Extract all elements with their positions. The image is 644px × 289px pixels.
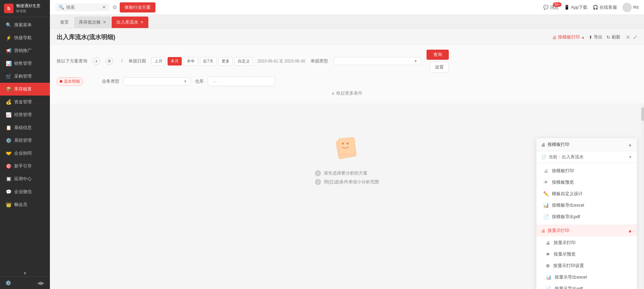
app-center-icon: 🔲 [5,176,11,182]
tab-home[interactable]: 首页 [55,17,74,28]
dropdown-current-label: 当前：出入库流水 [549,154,584,160]
dropdown-item-label: 按模板预览 [552,179,574,185]
dropdown-display-print-settings[interactable]: ⚙ 按显示打印设置 [536,260,637,271]
display-print-item-icon: 🖨 [546,240,550,245]
dropdown-item-label: 按显示预览 [554,251,576,257]
warehouse-select[interactable]: ··· [208,77,275,86]
sidebar-settings-button[interactable]: ⚙️ [5,280,11,286]
sidebar-item-label: 销售管理 [14,60,32,67]
sidebar-item-app-center[interactable]: 🔲 应用中心 [0,173,50,185]
sidebar-collapse-button[interactable]: ◀▶ [37,280,45,286]
sidebar-item-search[interactable]: 🔍 搜索菜单 [0,19,50,31]
industry-solution-button[interactable]: 体验行业方案 [120,2,155,12]
sidebar-item-label: 资金管理 [14,99,32,105]
topbar-settings-icon[interactable]: ⚙ [112,4,117,10]
doc-type-select[interactable]: ▼ [333,57,421,65]
dropdown-display-preview[interactable]: 👁 按显示预览 [536,248,637,260]
sidebar-item-label: 采购管理 [14,73,32,79]
dropdown-template-export-excel[interactable]: 📊 按模板导出excel [536,200,637,211]
sidebar-item-inventory[interactable]: 📦 库存核算 [0,83,50,96]
display-section-collapse-icon[interactable]: ▲ [628,228,632,233]
sidebar-item-basic[interactable]: 📋 基础信息 [0,121,50,134]
business-type-dropdown-icon: ▼ [183,79,187,83]
date-last-month-button[interactable]: 上月 [151,57,166,65]
dropdown-item-label: 按模板打印 [552,168,574,174]
dropdown-template-custom[interactable]: ✏️ 模板自定义设计 [536,188,637,200]
sidebar-item-marketing[interactable]: 📢 营销推广 [0,44,50,57]
settings-button[interactable]: 设置 [430,62,449,73]
marketing-icon: 📢 [5,48,11,54]
sidebar-item-vip[interactable]: 👑 畅会员 [0,198,50,211]
sidebar-footer: ⚙️ ◀▶ [0,277,50,289]
window-expand-button[interactable]: ⤢ [633,34,637,41]
dropdown-item-label: 按显示打印 [554,240,576,246]
export-button[interactable]: ⬆ 导出 [589,34,603,40]
operations-icon: 📈 [5,112,11,118]
search-input[interactable] [66,5,100,10]
date-custom-button[interactable]: 自定义 [235,57,253,65]
sidebar-item-system[interactable]: ⚙️ 系统管理 [0,134,50,147]
scrollbar-right[interactable] [641,104,644,289]
active-filter-tag[interactable]: 流水明细 [57,77,83,86]
dropdown-current-arrow[interactable]: ▼ [628,155,632,159]
print-dropdown-icon[interactable]: ▲ [581,35,585,39]
dropdown-item-label: 按显示打印设置 [553,263,584,269]
window-close-button[interactable]: ✕ [626,34,630,41]
date-this-year-button[interactable]: 本年 [184,57,198,65]
dropdown-close-icon[interactable]: ▲ [628,142,632,147]
empty-tips: 1 请先选择要分析的方案 2 用[过滤]条件来缩小分析范围 [315,170,379,185]
app-download-button[interactable]: 📱 App下载 [564,4,587,10]
dropdown-display-section-header[interactable]: 🖨 按显示打印 ▲ [536,225,637,236]
sidebar-item-wechat[interactable]: 💬 企业微信 [0,185,50,198]
topbar-search-box[interactable]: 🔍 ▼ [55,3,110,11]
dropdown-template-print[interactable]: 🖨 按模板打印 [536,165,637,177]
refresh-button[interactable]: ↻ 刷新 [607,34,620,40]
active-tag-dot [60,80,62,83]
tab-stock-flow[interactable]: 出入库流水 ✕ [112,17,148,28]
collapse-more-conditions-button[interactable]: ∧ 收起更多条件 [331,90,362,96]
sidebar-item-label: 新手引导 [14,163,32,169]
online-service-button[interactable]: 🎧 在线客服 [593,4,617,10]
quick-nav-icon: ⚡ [5,35,11,41]
search-icon: 🔍 [5,22,11,28]
sidebar-item-quick-nav[interactable]: ⚡ 快捷导航 [0,31,50,44]
search-dropdown-icon[interactable]: ▼ [102,5,106,10]
message-button[interactable]: 💬 消息 99+ [543,4,559,10]
sidebar-item-operations[interactable]: 📈 经营管理 [0,108,50,121]
active-filter-label: 流水明细 [64,79,80,84]
business-type-select[interactable]: ▼ [123,77,191,85]
doc-type-dropdown-icon: ▼ [414,59,417,63]
print-template-button[interactable]: 🖨 按模板打印 ▲ [552,34,585,40]
sidebar-scroll-down[interactable]: ▼ [0,270,50,277]
date-this-month-button[interactable]: 本月 [168,57,182,65]
date-more-button[interactable]: 更多 [218,57,233,65]
sidebar-item-guide[interactable]: 🎯 新手引导 [0,160,50,173]
dropdown-display-print[interactable]: 🖨 按显示打印 [536,237,637,248]
date-last-7-button[interactable]: 近7天 [200,57,216,65]
sidebar-item-sales[interactable]: 📊 销售管理 [0,57,50,70]
guide-icon: 🎯 [5,163,11,169]
filter-collapse-icon[interactable]: 《 [118,58,123,64]
dropdown-display-export-pdf[interactable]: 📄 按显示导出pdf [536,283,637,289]
filter-settings-button[interactable]: ⚙ [106,57,113,65]
sidebar-item-label: 企业微信 [14,189,32,195]
dropdown-template-section: 🖨 按模板打印 👁 按模板预览 ✏️ 模板自定义设计 📊 [536,163,637,225]
sidebar-item-collab[interactable]: 🤝 企业协同 [0,147,50,160]
dropdown-template-export-pdf[interactable]: 📄 按模板导出pdf [536,211,637,222]
sidebar-item-finance[interactable]: 💰 资金管理 [0,96,50,108]
query-area: 查询 设置 [427,50,449,73]
filter-add-button[interactable]: + [93,57,100,65]
dropdown-title-text: 按模板打印 [548,141,569,148]
dropdown-display-export-excel[interactable]: 📊 按显示导出excel [536,271,637,283]
sidebar-item-purchase[interactable]: 🛒 采购管理 [0,70,50,83]
dropdown-template-preview[interactable]: 👁 按模板预览 [536,177,637,188]
tab-inventory-batch[interactable]: 库存批次账 ✕ [74,17,111,28]
sidebar-item-label: 快捷导航 [14,35,32,41]
user-avatar-area[interactable]: Rit [622,3,639,12]
scrollbar-thumb[interactable] [641,107,644,121]
warehouse-more-icon[interactable]: ··· [213,79,217,84]
tab-stock-flow-close-icon[interactable]: ✕ [140,20,144,25]
svg-point-4 [347,142,349,144]
query-button[interactable]: 查询 [427,50,449,60]
tab-inventory-batch-close-icon[interactable]: ✕ [103,20,106,25]
